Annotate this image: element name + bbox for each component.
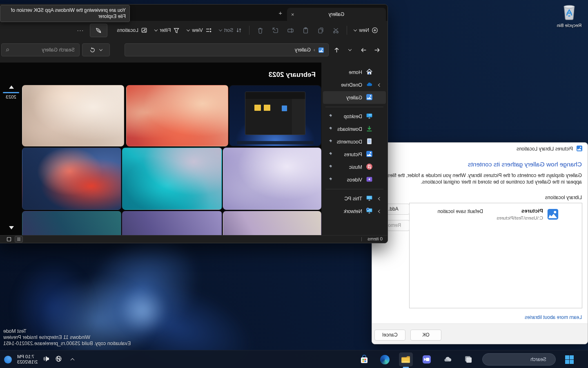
start-button[interactable] bbox=[563, 352, 577, 366]
cut-button[interactable] bbox=[328, 25, 343, 36]
sidebar-item-network[interactable]: Network bbox=[323, 205, 386, 218]
details-view-toggle[interactable] bbox=[15, 236, 23, 242]
sidebar-separator bbox=[325, 189, 383, 189]
dialog-title: Pictures Library Locations bbox=[517, 146, 573, 152]
gallery-thumbnail-cream-bloom[interactable] bbox=[22, 85, 124, 146]
watermark-line: Evaluation copy. Build 25300.rs_prerelea… bbox=[3, 341, 131, 347]
plus-circle-icon bbox=[372, 27, 378, 34]
pin-icon bbox=[329, 177, 333, 183]
copy-button[interactable] bbox=[313, 25, 328, 36]
address-breadcrumb[interactable]: › Gallery bbox=[125, 43, 329, 56]
edge-icon bbox=[381, 355, 390, 364]
close-tab-icon[interactable]: × bbox=[291, 11, 294, 18]
delete-button[interactable] bbox=[253, 25, 268, 36]
dialog-heading: Change how Gallery gathers its contents bbox=[468, 161, 582, 168]
sidebar-item-downloads[interactable]: Downloads bbox=[323, 123, 386, 135]
gallery-thumbnail-red-blue-bloom[interactable] bbox=[22, 148, 121, 210]
chevron-right-icon[interactable] bbox=[378, 83, 381, 86]
tab-gallery[interactable]: Gallery × bbox=[287, 8, 386, 21]
sidebar-item-home[interactable]: Home bbox=[323, 66, 386, 79]
sort-button[interactable]: Sort bbox=[216, 25, 246, 36]
sidebar-item-desktop[interactable]: Desktop bbox=[323, 110, 386, 123]
recycle-bin-shortcut[interactable]: Recycle Bin bbox=[555, 3, 584, 28]
library-list-item[interactable]: Pictures C:\Users\Test\Pictures Default … bbox=[410, 203, 582, 225]
timeline-down-arrow[interactable] bbox=[9, 226, 14, 229]
up-button[interactable] bbox=[331, 45, 342, 56]
widgets-cloud-button[interactable] bbox=[441, 352, 454, 366]
dialog-description: Gallery displays the contents of the Pic… bbox=[377, 172, 582, 185]
taskbar-search-input[interactable] bbox=[481, 356, 547, 363]
network-icon bbox=[366, 207, 373, 215]
sidebar-item-documents[interactable]: Documents bbox=[323, 135, 386, 148]
new-tab-button[interactable]: + bbox=[278, 9, 282, 16]
chat-button[interactable] bbox=[420, 352, 434, 366]
view-button[interactable]: View bbox=[183, 25, 215, 36]
pin-icon bbox=[329, 152, 333, 157]
download-icon bbox=[366, 125, 373, 133]
explorer-search-input[interactable] bbox=[9, 47, 76, 53]
chevron-up-icon bbox=[70, 358, 74, 362]
chevron-down-icon bbox=[187, 28, 190, 31]
pictures-icon bbox=[576, 145, 583, 153]
network-globe-icon[interactable] bbox=[55, 355, 62, 364]
refresh-group[interactable] bbox=[82, 43, 110, 56]
cancel-button[interactable]: Cancel bbox=[374, 330, 405, 341]
forward-button[interactable] bbox=[358, 45, 369, 56]
sidebar-item-gallery[interactable]: Gallery bbox=[323, 91, 386, 104]
task-view-button[interactable] bbox=[461, 352, 475, 366]
volume-icon[interactable] bbox=[43, 355, 50, 364]
sidebar-separator bbox=[325, 107, 383, 107]
sidebar-item-music[interactable]: Music bbox=[323, 161, 386, 173]
new-button[interactable]: New bbox=[350, 25, 382, 36]
preview-toggle-button[interactable] bbox=[90, 24, 107, 37]
gallery-thumbnail-orange-bloom[interactable] bbox=[126, 85, 228, 146]
gallery-thumbnail-teal-bloom[interactable] bbox=[122, 148, 222, 210]
chevron-down-icon bbox=[154, 28, 158, 31]
gallery-thumbnail-lavender-bloom[interactable] bbox=[223, 148, 321, 210]
store-button[interactable] bbox=[357, 352, 371, 366]
sidebar-item-videos[interactable]: Videos bbox=[323, 173, 386, 186]
thumbnail-view-toggle[interactable] bbox=[5, 236, 13, 242]
file-explorer-button[interactable] bbox=[399, 352, 413, 366]
mini-taskbar bbox=[237, 141, 314, 144]
sidebar-item-label: Documents bbox=[337, 139, 362, 145]
share-button[interactable] bbox=[268, 25, 283, 36]
toolbar-separator bbox=[249, 26, 249, 35]
filter-button[interactable]: Filter bbox=[151, 25, 183, 36]
filter-label: Filter bbox=[160, 27, 171, 33]
library-locations-list[interactable]: Pictures C:\Users\Test\Pictures Default … bbox=[409, 203, 582, 308]
ok-button[interactable]: OK bbox=[410, 330, 441, 341]
gallery-thumbnail-cream-purple-bloom[interactable] bbox=[223, 211, 321, 235]
learn-more-link[interactable]: Learn more about libraries bbox=[525, 314, 582, 320]
chevron-right-icon[interactable] bbox=[378, 197, 381, 200]
back-button[interactable] bbox=[372, 45, 383, 56]
explorer-search-box[interactable] bbox=[1, 43, 80, 56]
breadcrumb-item[interactable]: Gallery bbox=[295, 47, 311, 53]
taskbar-clock[interactable]: 7:10 PM 2/18/2023 bbox=[17, 354, 38, 365]
gallery-thumbnail-screenshot[interactable] bbox=[229, 85, 321, 146]
group-header: February 2023 bbox=[269, 71, 316, 79]
sidebar-item-pictures[interactable]: Pictures bbox=[323, 148, 386, 161]
paste-button[interactable] bbox=[298, 25, 313, 36]
edge-button[interactable] bbox=[378, 352, 392, 366]
taskbar-search-box[interactable] bbox=[482, 353, 556, 366]
timeline-up-arrow[interactable] bbox=[9, 85, 14, 89]
timeline-year-marker[interactable]: 2023 bbox=[3, 92, 19, 99]
taskbar: 7:10 PM 2/18/2023 bbox=[0, 350, 588, 368]
see-more-button[interactable]: ··· bbox=[76, 27, 83, 34]
chevron-down-icon bbox=[219, 28, 222, 31]
locations-button[interactable]: Locations bbox=[113, 25, 151, 36]
gallery-thumbnail-purple-bloom[interactable] bbox=[122, 211, 222, 235]
sidebar-item-this-pc[interactable]: This PC bbox=[323, 192, 386, 205]
gallery-thumbnail-dark-teal-bloom[interactable] bbox=[22, 211, 121, 235]
pictures-icon bbox=[547, 208, 559, 222]
document-icon bbox=[366, 138, 373, 146]
chevron-right-icon[interactable] bbox=[378, 209, 381, 213]
share-icon bbox=[272, 27, 279, 34]
sidebar-item-onedrive[interactable]: OneDrive bbox=[323, 79, 386, 91]
hidden-icons-button[interactable] bbox=[67, 352, 77, 366]
sidebar-item-label: Home bbox=[349, 70, 362, 75]
rename-button[interactable] bbox=[283, 25, 298, 36]
recent-locations-button[interactable] bbox=[345, 45, 356, 56]
notification-badge-icon[interactable] bbox=[4, 356, 12, 364]
